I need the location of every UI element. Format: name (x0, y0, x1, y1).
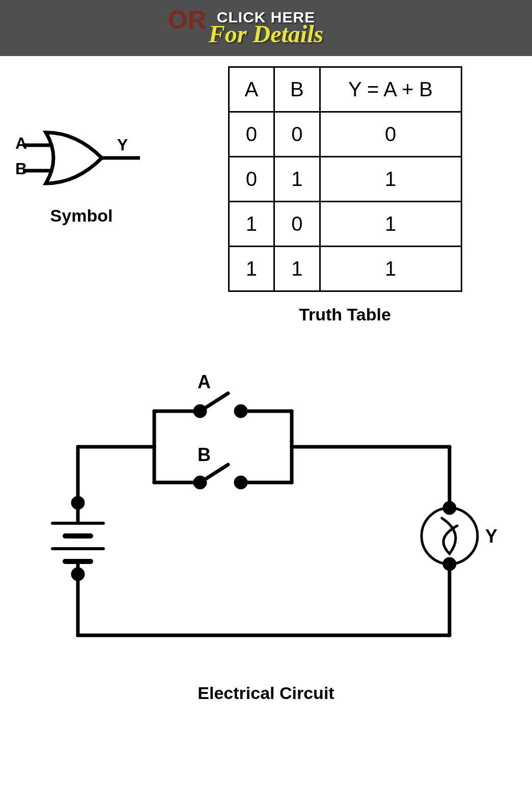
table-row: A B Y = A + B (229, 67, 461, 112)
ad-banner[interactable]: OR CLICK HERE For Details (0, 0, 532, 56)
cell: 1 (320, 202, 461, 247)
cell: 0 (274, 202, 320, 247)
cell: 1 (274, 157, 320, 202)
diagram-content: A B Y Symbol A B Y = A + B 0 0 0 0 (0, 56, 532, 723)
cell: 1 (320, 247, 461, 291)
symbol-block: A B Y Symbol (10, 61, 153, 226)
top-row: A B Y Symbol A B Y = A + B 0 0 0 0 (10, 61, 522, 325)
table-row: 1 0 1 (229, 202, 461, 247)
symbol-caption: Symbol (10, 206, 153, 226)
cell: 0 (274, 112, 320, 157)
input-b-label: B (15, 159, 27, 178)
circuit-caption: Electrical Circuit (10, 683, 522, 703)
table-row: 0 1 1 (229, 157, 461, 202)
electrical-circuit-icon: A B Y (22, 350, 511, 676)
or-heading: OR (168, 7, 206, 33)
cell: 0 (229, 157, 274, 202)
table-row: 1 1 1 (229, 247, 461, 291)
cell: 1 (320, 157, 461, 202)
truth-table-block: A B Y = A + B 0 0 0 0 1 1 1 0 1 (168, 61, 522, 325)
svg-point-8 (195, 406, 205, 416)
input-a-label: A (15, 134, 27, 152)
banner-text: OR CLICK HERE For Details (209, 10, 323, 46)
svg-point-13 (195, 477, 205, 488)
switch-a-label: A (198, 371, 211, 392)
circuit-block: A B Y Electrical Circuit (10, 350, 522, 703)
header-a: A (229, 67, 274, 112)
truth-table: A B Y = A + B 0 0 0 0 1 1 1 0 1 (228, 66, 462, 292)
truth-table-caption: Truth Table (168, 305, 522, 325)
switch-b-label: B (198, 444, 211, 465)
header-b: B (274, 67, 320, 112)
cell: 1 (274, 247, 320, 291)
cell: 0 (229, 112, 274, 157)
or-gate-icon: A B Y (15, 122, 148, 194)
for-details-text: For Details (209, 22, 323, 46)
lamp-y-label: Y (485, 526, 497, 547)
cell: 1 (229, 247, 274, 291)
cell: 1 (229, 202, 274, 247)
cell: 0 (320, 112, 461, 157)
output-y-label: Y (117, 136, 128, 154)
header-y: Y = A + B (320, 67, 461, 112)
table-row: 0 0 0 (229, 112, 461, 157)
